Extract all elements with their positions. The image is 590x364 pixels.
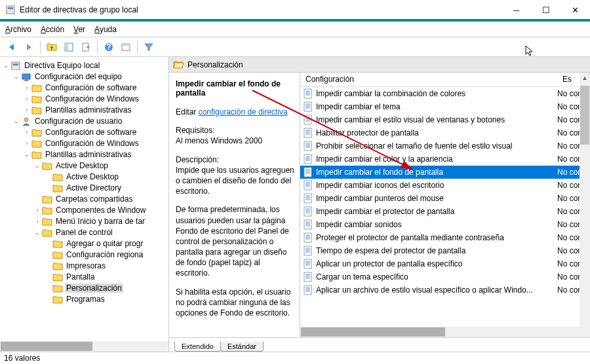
tree-node[interactable]: ›Configuración de software xyxy=(1,82,168,93)
up-button[interactable] xyxy=(44,39,60,55)
policy-name: Impedir cambiar el estilo visual de vent… xyxy=(316,115,557,124)
list-row[interactable]: Impedir cambiar el temaNo con xyxy=(300,100,590,113)
tree-node-label: Configuración de Windows xyxy=(44,139,140,148)
tree-node[interactable]: ⌄Panel de control xyxy=(1,227,168,238)
tree-node[interactable]: ›Configuración de software xyxy=(1,126,168,137)
policy-name: Impedir cambiar iconos del escritorio xyxy=(316,181,557,190)
minimize-button[interactable]: ─ xyxy=(502,0,531,20)
tree-node[interactable]: ›Componentes de Window xyxy=(1,204,168,215)
list-row[interactable]: Cargar un tema específicoNo con xyxy=(300,270,590,283)
expander-closed-icon: › xyxy=(22,139,31,148)
scroll-up-icon[interactable]: ▲ xyxy=(580,73,590,83)
policy-title: Impedir cambiar el fondo de pantalla xyxy=(176,79,294,98)
tree-node[interactable]: Active Directory xyxy=(1,182,168,193)
properties-button[interactable] xyxy=(118,39,134,55)
user-icon-icon xyxy=(21,117,31,126)
back-button[interactable] xyxy=(4,39,20,55)
list-row[interactable]: Tiempo de espera del protector de pantal… xyxy=(300,244,590,257)
expander-none xyxy=(43,261,52,270)
forward-button[interactable] xyxy=(21,39,37,55)
tree-node-label: Active Directory xyxy=(65,183,123,192)
tree-node[interactable]: ⌄Directiva Equipo local xyxy=(1,60,168,71)
svg-rect-12 xyxy=(65,43,68,51)
folder-closed-icon xyxy=(52,283,63,293)
description-label: Descripción: xyxy=(176,155,294,165)
list-row[interactable]: Prohibir seleccionar el tamaño de fuente… xyxy=(300,139,590,153)
right-panel: Personalización Impedir cambiar el fondo… xyxy=(169,57,590,352)
folder-closed-icon xyxy=(42,217,52,226)
folder-closed-icon xyxy=(31,83,42,92)
list-vscroll[interactable]: ▲ ▼ xyxy=(580,73,590,337)
list-row[interactable]: Impedir cambiar punteros del mouseNo con xyxy=(300,192,590,205)
tree-node[interactable]: Configuración regiona xyxy=(1,249,168,260)
expander-open-icon: ⌄ xyxy=(33,161,42,170)
tree-hscroll[interactable] xyxy=(0,341,168,352)
tree-node[interactable]: ⌄Active Desktop xyxy=(1,160,168,171)
policy-name: Aplicar un archivo de estilo visual espe… xyxy=(316,285,557,295)
tree-node[interactable]: ›Configuración de Windows xyxy=(1,137,168,149)
menu-accion[interactable]: Acción xyxy=(41,25,64,34)
tree-node[interactable]: Programas xyxy=(1,293,168,304)
policy-icon xyxy=(303,206,313,217)
tree-node-label: Plantillas administrativas xyxy=(44,105,132,115)
policy-name: Impedir cambiar punteros del mouse xyxy=(316,194,557,203)
tree-node[interactable]: ›Menú Inicio y barra de tar xyxy=(1,215,168,227)
tab-estandar[interactable]: Estándar xyxy=(220,342,264,352)
list-row[interactable]: Impedir cambiar el fondo de pantallaNo c… xyxy=(300,166,590,179)
policy-icon xyxy=(303,180,313,191)
tab-extendido[interactable]: Extendido xyxy=(174,342,221,352)
edit-policy-link[interactable]: configuración de directiva xyxy=(199,107,288,117)
list-row[interactable]: Habilitar protector de pantallaNo con xyxy=(300,126,590,139)
list-row[interactable]: Impedir cambiar el color y la apariencia… xyxy=(300,153,590,166)
policy-icon xyxy=(303,167,313,177)
statusbar: 16 valores xyxy=(0,352,590,364)
tree-node[interactable]: ›Plantillas administrativas xyxy=(1,104,168,115)
menu-ver[interactable]: Ver xyxy=(73,25,85,34)
tree-node[interactable]: Active Desktop xyxy=(1,171,168,182)
help-button[interactable]: ? xyxy=(101,39,117,55)
tree-node[interactable]: Personalización xyxy=(1,282,168,293)
tree-node[interactable]: ›Configuración de Windows xyxy=(1,93,168,104)
tree-node[interactable]: ⌄Configuración del equipo xyxy=(1,71,168,82)
expander-closed-icon: › xyxy=(33,206,42,215)
tree-node[interactable]: Pantalla xyxy=(1,271,168,282)
list-row[interactable]: Proteger el protector de pantalla median… xyxy=(300,231,590,244)
expander-closed-icon: › xyxy=(22,83,31,92)
tree-node[interactable]: ⌄Plantillas administrativas xyxy=(1,149,168,160)
list-row[interactable]: Impedir cambiar iconos del escritorioNo … xyxy=(300,179,590,192)
policy-list-panel: Configuración Es Impedir cambiar la comb… xyxy=(300,73,590,337)
status-text: 16 valores xyxy=(4,354,40,363)
tree-node[interactable]: Agregar o quitar progr xyxy=(1,238,168,249)
list-row[interactable]: Impedir cambiar sonidosNo con xyxy=(300,218,590,231)
col-header-config[interactable]: Configuración xyxy=(300,73,557,86)
list-row[interactable]: Aplicar un protector de pantalla específ… xyxy=(300,257,590,270)
close-button[interactable]: ✕ xyxy=(560,0,590,20)
tree-node-label: Panel de control xyxy=(54,228,114,237)
list-row[interactable]: Aplicar un archivo de estilo visual espe… xyxy=(300,283,590,297)
expander-closed-icon: › xyxy=(22,128,31,137)
tree-node[interactable]: Impresoras xyxy=(1,260,168,271)
list-hscroll[interactable] xyxy=(300,327,590,337)
list-row[interactable]: Impedir cambiar el protector de pantalla… xyxy=(300,205,590,218)
export-button[interactable] xyxy=(78,39,94,55)
policy-name: Impedir cambiar el fondo de pantalla xyxy=(316,168,557,177)
policy-icon xyxy=(303,259,313,269)
tree-node-label: Active Desktop xyxy=(54,161,109,170)
tree-node[interactable]: Carpetas compartidas xyxy=(1,193,168,204)
expander-none xyxy=(43,272,52,282)
folder-header-label: Personalización xyxy=(187,60,243,69)
menu-ayuda[interactable]: Ayuda xyxy=(94,25,117,34)
gpedit-icon-icon xyxy=(10,61,21,70)
show-hide-tree-button[interactable] xyxy=(61,39,77,55)
tree-node[interactable]: ⌄Configuración de usuario xyxy=(1,115,168,126)
filter-button[interactable] xyxy=(141,39,157,55)
policy-icon xyxy=(303,141,313,151)
list-row[interactable]: Impedir cambiar la combinación de colore… xyxy=(300,87,590,100)
expander-open-icon: ⌄ xyxy=(22,150,31,159)
tree-node-label: Configuración de Windows xyxy=(44,94,140,103)
maximize-button[interactable]: ☐ xyxy=(531,0,560,20)
list-row[interactable]: Impedir cambiar el estilo visual de vent… xyxy=(300,113,590,126)
menu-archivo[interactable]: Archivo xyxy=(5,25,31,34)
list-body: Impedir cambiar la combinación de colore… xyxy=(300,87,590,336)
window-title: Editor de directivas de grupo local xyxy=(20,5,138,14)
